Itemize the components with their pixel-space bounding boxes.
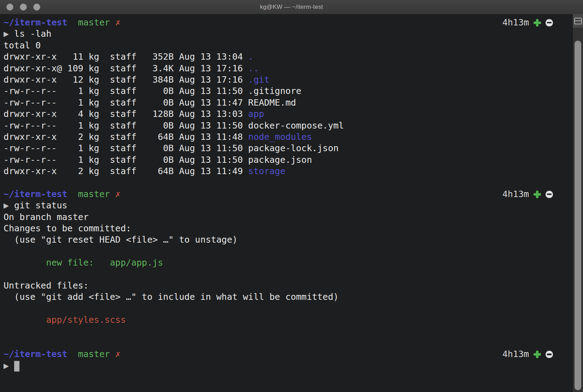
titlebar[interactable]: kg@KW — ~/iterm-test [0,0,583,14]
prompt-left: ~/iterm-test master ✗ [4,189,120,200]
text-segment [110,189,115,199]
text-segment: drwxr-xr-x@ 109 kg staff 3.4K Aug 13 17:… [4,63,248,73]
command-text: git status [14,200,67,210]
text-segment [67,349,78,359]
text-segment: drwxr-xr-x 2 kg staff 64B Aug 13 11:48 [4,132,248,142]
text-segment: drwxr-xr-x 11 kg staff 352B Aug 13 13:04 [4,52,248,62]
terminal-line: (use "git add <file> …" to include in wh… [4,291,572,303]
git-branch: master [78,189,110,199]
prompt-line: ~/iterm-test master ✗4h13m [4,17,572,28]
scrollbar-track[interactable] [572,14,583,392]
plus-icon [534,191,541,198]
command-text: ls -lah [14,29,51,39]
text-segment [110,349,115,359]
ls-row: -rw-r--r-- 1 kg staff 0B Aug 13 11:47 RE… [4,97,572,108]
untracked-file-line: app/styles.scss [4,314,572,326]
text-segment: drwxr-xr-x 12 kg staff 384B Aug 13 17:16 [4,75,248,85]
duration-text: 4h13m [502,189,529,200]
traffic-lights [6,4,40,11]
input-line: ▶ [4,360,572,372]
prompt-line: ~/iterm-test master ✗4h13m [4,189,572,200]
text-segment: app/styles.scss [4,315,126,325]
dir-name: .git [248,75,269,85]
circled-dash-icon [546,19,553,26]
ls-row: -rw-r--r-- 1 kg staff 0B Aug 13 11:50 do… [4,120,572,131]
dir-name: .. [248,63,259,73]
text-segment: Changes to be committed: [4,223,131,233]
prompt-path: ~/iterm-test [4,17,67,28]
git-branch: master [78,17,110,28]
ls-row: -rw-r--r-- 1 kg staff 0B Aug 13 11:50 .g… [4,85,572,97]
terminal-line: Untracked files: [4,280,572,291]
git-branch: master [78,349,110,359]
terminal-line: (use "git reset HEAD <file> …" to unstag… [4,234,572,245]
text-segment: -rw-r--r-- 1 kg staff 0B Aug 13 11:50 .g… [4,86,301,96]
text-segment: -rw-r--r-- 1 kg staff 0B Aug 13 11:50 do… [4,120,344,131]
circled-dash-icon [546,191,553,198]
prompt-left: ~/iterm-test master ✗ [4,349,120,360]
terminal-line [4,177,572,188]
ls-row: drwxr-xr-x 4 kg staff 128B Aug 13 13:03 … [4,108,572,120]
command-line: ▶ git status [4,200,572,211]
text-segment: new file: app/app.js [4,257,163,268]
terminal-cursor[interactable] [14,361,19,372]
dir-name: node_modules [248,132,312,142]
staged-file-line: new file: app/app.js [4,257,572,268]
pane-indicator[interactable] [573,14,583,28]
text-segment: On branch master [4,212,89,222]
ls-row: -rw-r--r-- 1 kg staff 0B Aug 13 11:50 pa… [4,143,572,154]
prompt-path: ~/iterm-test [4,349,67,359]
plus-icon [534,19,541,26]
text-segment: drwxr-xr-x 2 kg staff 64B Aug 13 11:49 [4,166,248,176]
terminal-line: total 0 [4,40,572,51]
text-segment: Untracked files: [4,280,89,291]
text-segment [67,17,78,28]
window-title: kg@KW — ~/iterm-test [260,4,323,11]
text-segment: drwxr-xr-x 4 kg staff 128B Aug 13 13:03 [4,109,248,119]
scrollbar-thumb[interactable] [575,41,581,390]
duration-text: 4h13m [502,17,529,28]
terminal-line [4,326,572,337]
minimize-button[interactable] [20,4,27,11]
text-segment: total 0 [4,40,41,51]
text-segment: (use "git reset HEAD <file> …" to unstag… [4,234,237,245]
zoom-button[interactable] [33,4,40,11]
ls-row: drwxr-xr-x 12 kg staff 384B Aug 13 17:16… [4,74,572,85]
command-line: ▶ ls -lah [4,28,572,40]
ls-row: drwxr-xr-x 11 kg staff 352B Aug 13 13:04… [4,51,572,63]
duration-text: 4h13m [502,349,529,360]
git-dirty-mark: ✗ [115,349,120,359]
text-segment: (use "git add <file> …" to include in wh… [4,292,338,302]
ls-row: drwxr-xr-x@ 109 kg staff 3.4K Aug 13 17:… [4,63,572,74]
prompt-right: 4h13m [502,349,553,360]
plus-icon [534,351,541,358]
git-dirty-mark: ✗ [115,189,120,199]
prompt-line: ~/iterm-test master ✗4h13m [4,349,572,360]
text-segment [110,17,115,28]
prompt-arrow: ▶ [4,29,14,39]
prompt-path: ~/iterm-test [4,189,67,199]
prompt-left: ~/iterm-test master ✗ [4,17,120,28]
dir-name: storage [248,166,285,176]
iterm-window: kg@KW — ~/iterm-test ~/iterm-test master… [0,0,583,392]
dir-name: . [248,52,253,62]
prompt-arrow: ▶ [4,361,14,371]
text-segment [67,189,78,199]
terminal-line [4,269,572,280]
terminal-line [4,303,572,314]
close-button[interactable] [6,4,13,11]
prompt-right: 4h13m [502,189,553,200]
text-segment: -rw-r--r-- 1 kg staff 0B Aug 13 11:47 RE… [4,97,296,108]
dir-name: app [248,109,264,119]
circled-dash-icon [546,351,553,358]
ls-row: -rw-r--r-- 1 kg staff 0B Aug 13 11:50 pa… [4,154,572,166]
text-segment: -rw-r--r-- 1 kg staff 0B Aug 13 11:50 pa… [4,155,312,165]
ls-row: drwxr-xr-x 2 kg staff 64B Aug 13 11:48 n… [4,131,572,143]
text-segment: -rw-r--r-- 1 kg staff 0B Aug 13 11:50 pa… [4,143,338,153]
prompt-right: 4h13m [502,17,553,28]
terminal-line [4,246,572,257]
terminal-line [4,337,572,349]
git-dirty-mark: ✗ [115,17,120,28]
terminal-body[interactable]: ~/iterm-test master ✗4h13m▶ ls -lahtotal… [0,14,572,392]
split-pane-icon [574,18,582,24]
